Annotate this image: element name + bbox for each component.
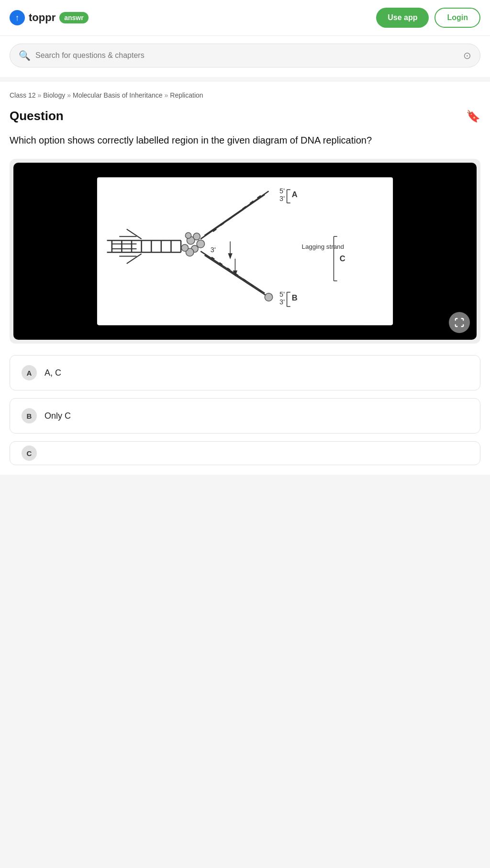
svg-point-20 [197, 240, 204, 247]
svg-text:B: B [292, 293, 298, 302]
search-input[interactable] [35, 51, 458, 60]
breadcrumb-class12: Class 12 [10, 91, 35, 99]
use-app-button[interactable]: Use app [376, 8, 429, 28]
diagram-inner: 5' 3' A [13, 163, 477, 340]
question-header: Question 🔖 [10, 109, 480, 123]
option-c-card[interactable]: C [10, 441, 480, 465]
option-a-card[interactable]: A A, C [10, 355, 480, 390]
bookmark-icon[interactable]: 🔖 [466, 110, 480, 123]
dna-replication-diagram: 5' 3' A [82, 167, 408, 335]
main-content: Class 12 » Biology » Molecular Basis of … [0, 82, 490, 475]
toppr-brand-text: toppr [29, 11, 56, 24]
breadcrumb-sep-1: » [37, 91, 41, 99]
svg-text:A: A [292, 190, 298, 199]
option-c-label: C [22, 445, 37, 461]
logo-area: ↑ toppr answr [10, 10, 89, 25]
svg-point-23 [181, 245, 188, 251]
breadcrumb-biology: Biology [43, 91, 65, 99]
question-section-title: Question [10, 109, 64, 123]
breadcrumb-sep-2: » [67, 91, 71, 99]
svg-text:5': 5' [279, 187, 285, 195]
option-b-card[interactable]: B Only C [10, 398, 480, 434]
svg-text:5': 5' [279, 290, 285, 298]
option-a-label: A [22, 365, 37, 380]
search-bar: 🔍 ⊙ [10, 44, 480, 67]
breadcrumb: Class 12 » Biology » Molecular Basis of … [10, 91, 480, 99]
toppr-logo-icon: ↑ [10, 10, 25, 25]
option-b-text: Only C [45, 411, 71, 421]
question-text: Which option shows correctly labelled re… [10, 133, 480, 147]
login-button[interactable]: Login [434, 8, 480, 28]
search-section: 🔍 ⊙ [0, 36, 490, 77]
breadcrumb-molecular: Molecular Basis of Inheritance [73, 91, 163, 99]
search-icon: 🔍 [19, 50, 31, 61]
breadcrumb-replication: Replication [170, 91, 203, 99]
header-buttons: Use app Login [376, 8, 480, 28]
svg-point-24 [185, 233, 191, 238]
answr-badge: answr [59, 12, 88, 23]
camera-icon[interactable]: ⊙ [463, 50, 471, 61]
diagram-container: 5' 3' A [10, 159, 480, 344]
svg-text:Lagging strand: Lagging strand [301, 243, 344, 250]
svg-text:C: C [340, 254, 345, 263]
option-b-label: B [22, 408, 37, 423]
breadcrumb-sep-3: » [165, 91, 168, 99]
header: ↑ toppr answr Use app Login [0, 0, 490, 36]
svg-text:3': 3' [279, 195, 285, 202]
option-a-text: A, C [45, 368, 61, 378]
svg-point-49 [265, 293, 272, 301]
expand-diagram-button[interactable] [449, 312, 470, 333]
svg-text:3': 3' [211, 246, 216, 254]
svg-point-19 [193, 233, 200, 240]
svg-text:3': 3' [279, 298, 285, 306]
